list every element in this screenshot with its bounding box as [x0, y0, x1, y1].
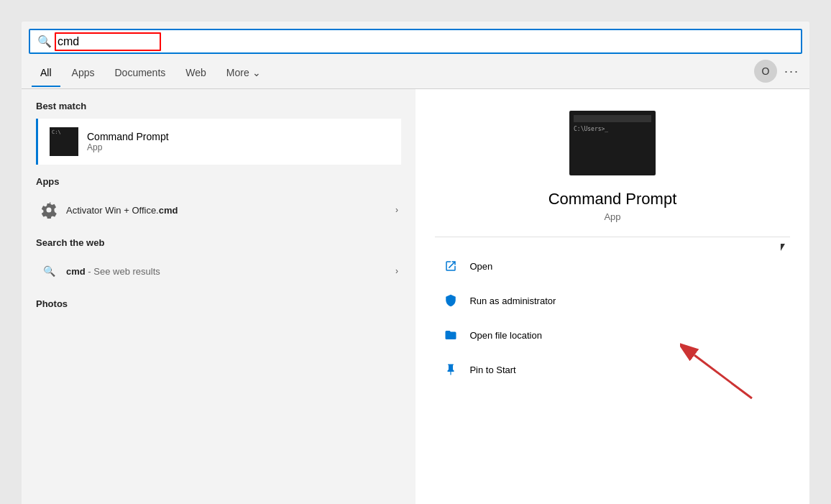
preview-app-subtitle: App — [604, 211, 620, 222]
app-item-activator[interactable]: Activator Win + Office.cmd › — [36, 194, 401, 226]
best-match-title: Best match — [36, 101, 401, 111]
photos-section-title: Photos — [36, 298, 401, 309]
action-open[interactable]: Open — [435, 249, 789, 283]
search-web-icon: 🔍 — [39, 261, 59, 281]
more-options-button[interactable]: ··· — [784, 64, 799, 79]
action-run-admin[interactable]: Run as administrator — [435, 283, 789, 318]
app-item-name: Activator Win + Office.cmd — [66, 205, 395, 216]
best-match-text: Command Prompt App — [87, 131, 169, 152]
actions-list: Open Run as administrator — [435, 249, 789, 387]
action-pin-start-label: Pin to Start — [469, 365, 515, 375]
cmd-preview-bar — [574, 115, 651, 122]
cortana-button[interactable]: O — [754, 60, 777, 83]
search-input-wrapper: cmd — [58, 35, 158, 48]
web-query-text: cmd - See web results — [66, 266, 395, 277]
tab-apps[interactable]: Apps — [63, 63, 104, 87]
search-input[interactable]: cmd — [58, 35, 158, 48]
action-open-location-label: Open file location — [469, 330, 541, 341]
preview-app-title: Command Prompt — [548, 190, 677, 209]
tabs-left: All Apps Documents Web More ⌄ — [32, 63, 270, 86]
folder-icon — [441, 325, 461, 345]
web-section-title: Search the web — [36, 237, 401, 248]
tabs-right: O ··· — [754, 60, 799, 88]
external-link-icon — [441, 256, 461, 276]
tab-documents[interactable]: Documents — [106, 63, 174, 87]
cmd-preview-icon: C:\Users>_ — [569, 111, 656, 175]
left-panel: Best match C:\ Command Prompt App Apps — [22, 89, 416, 504]
pin-icon — [441, 359, 461, 380]
web-section: Search the web 🔍 cmd - See web results › — [36, 237, 401, 287]
search-icon: 🔍 — [37, 35, 52, 48]
tab-web[interactable]: Web — [177, 63, 215, 87]
action-open-location[interactable]: Open file location — [435, 318, 789, 352]
apps-section: Apps Activator Win + Office.cmd › — [36, 176, 401, 226]
chevron-right-web-icon: › — [395, 266, 398, 276]
best-match-item[interactable]: C:\ Command Prompt App — [36, 119, 401, 165]
web-search-item[interactable]: 🔍 cmd - See web results › — [36, 255, 401, 287]
search-panel: 🔍 cmd All Apps Documents Web More ⌄ — [22, 22, 809, 504]
tabs-row: All Apps Documents Web More ⌄ O ··· — [22, 54, 809, 89]
divider — [435, 237, 789, 237]
content-area: Best match C:\ Command Prompt App Apps — [22, 89, 809, 504]
apps-section-title: Apps — [36, 176, 401, 187]
action-run-admin-label: Run as administrator — [469, 295, 556, 306]
tab-all[interactable]: All — [32, 63, 60, 87]
action-open-label: Open — [469, 261, 492, 272]
shield-icon — [441, 290, 461, 311]
tab-more[interactable]: More ⌄ — [218, 63, 270, 87]
chevron-right-icon: › — [395, 205, 398, 215]
search-bar: 🔍 cmd — [29, 29, 802, 54]
gear-icon — [39, 200, 59, 220]
photos-section: Photos — [36, 298, 401, 309]
cmd-icon: C:\ — [50, 127, 78, 156]
action-pin-start[interactable]: Pin to Start — [435, 352, 789, 387]
chevron-down-icon: ⌄ — [252, 67, 261, 78]
right-panel: C:\Users>_ Command Prompt App Ope — [416, 89, 809, 504]
